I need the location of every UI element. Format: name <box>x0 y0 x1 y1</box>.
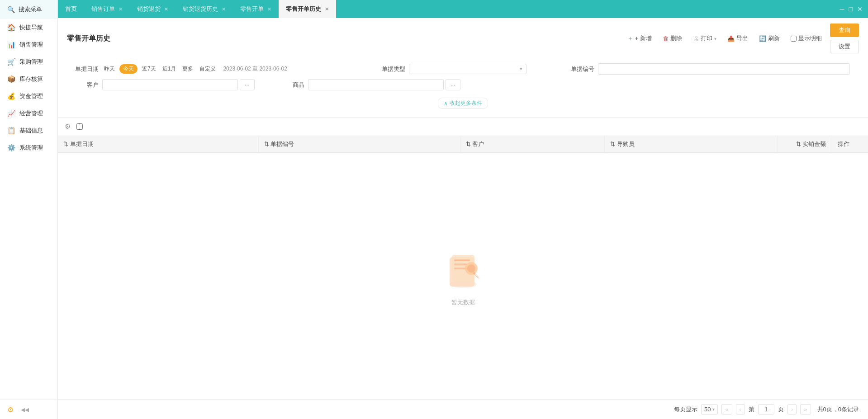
settings-button[interactable]: 设置 <box>830 40 859 53</box>
col-action-label: 操作 <box>838 141 849 147</box>
tab-retail-open-label: 零售开单 <box>240 5 264 13</box>
table-settings-icon[interactable]: ⚙ <box>63 121 72 132</box>
print-dropdown-icon: ▾ <box>714 36 716 41</box>
svg-rect-4 <box>454 264 467 265</box>
sidebar-item-label: 库存核算 <box>19 75 43 83</box>
tab-sales-return[interactable]: 销货退货 ✕ <box>130 0 175 18</box>
tab-sales-order[interactable]: 销售订单 ✕ <box>84 0 130 18</box>
next-page-btn[interactable]: › <box>787 404 797 414</box>
goods-browse-btn[interactable]: ··· <box>446 79 460 90</box>
display-cols-toggle[interactable]: 显示明细 <box>788 33 825 44</box>
close-retail-open-icon[interactable]: ✕ <box>267 6 271 12</box>
export-button[interactable]: 📤 导出 <box>725 33 751 44</box>
svg-rect-3 <box>454 259 470 261</box>
pagination-total: 共0页，0条记录 <box>817 405 859 414</box>
date-shortcut-yesterday[interactable]: 昨天 <box>102 64 117 74</box>
sidebar-item-sys-mgmt[interactable]: ⚙️ 系统管理 <box>0 139 57 156</box>
date-filter-label: 单据日期 <box>67 65 99 73</box>
collapse-sidebar-icon[interactable]: ◂◂ <box>21 405 29 414</box>
settings-bottom-icon[interactable]: ⚙ <box>7 405 14 414</box>
col-customer-label: ⇅ 客户 <box>466 141 484 147</box>
col-customer[interactable]: ⇅ 客户 <box>460 136 604 153</box>
per-page-select[interactable]: 50 ▾ <box>701 404 718 414</box>
col-amount[interactable]: ⇅ 实销金额 <box>778 136 832 153</box>
sidebar-item-sales-mgmt[interactable]: 📊 销售管理 <box>0 36 57 53</box>
close-retail-history-icon[interactable]: ✕ <box>325 6 329 12</box>
export-icon: 📤 <box>727 35 735 42</box>
goods-input[interactable] <box>308 79 444 90</box>
first-page-btn[interactable]: « <box>721 404 732 414</box>
basic-info-icon: 📋 <box>7 127 16 135</box>
col-date[interactable]: ⇅ 单据日期 <box>58 136 258 153</box>
page-header: 零售开单历史 ＋ + 新增 🗑 删除 🖨 打印 ▾ <box>58 18 868 118</box>
tab-home[interactable]: 首页 <box>58 0 84 18</box>
filter-row-1: 单据日期 昨天 今天 近7天 近1月 更多 自定义 2023-06-02 至 2… <box>67 63 859 75</box>
pagination: 每页显示 50 ▾ « ‹ 第 1 页 › » 共0页，0条记录 <box>58 399 868 419</box>
page-title-row: 零售开单历史 ＋ + 新增 🗑 删除 🖨 打印 ▾ <box>67 24 859 53</box>
collapse-label: 收起更多条件 <box>450 99 482 107</box>
customer-input[interactable] <box>102 79 238 90</box>
sidebar-item-purchase-mgmt[interactable]: 🛒 采购管理 <box>0 53 57 71</box>
date-shortcut-more[interactable]: 更多 <box>180 64 195 74</box>
sales-icon: 📊 <box>7 41 16 49</box>
filter-row-2: 客户 ··· 商品 ··· <box>67 79 859 90</box>
finance-icon: 💰 <box>7 92 16 100</box>
col-salesperson-label: ⇅ 导购员 <box>610 141 635 147</box>
last-page-btn[interactable]: » <box>800 404 811 414</box>
date-shortcut-1month[interactable]: 近1月 <box>161 64 178 74</box>
toolbar-right-btns: 查询 设置 <box>830 24 859 53</box>
doc-type-dropdown-icon: ▾ <box>520 66 522 72</box>
col-no[interactable]: ⇅ 单据编号 <box>258 136 460 153</box>
sys-mgmt-icon: ⚙️ <box>7 144 16 152</box>
home-icon: 🏠 <box>7 24 16 32</box>
sidebar-bottom: ⚙ ◂◂ <box>0 400 57 419</box>
window-restore-icon[interactable]: □ <box>849 5 853 13</box>
sidebar-item-basic-info[interactable]: 📋 基础信息 <box>0 122 57 139</box>
per-page-dropdown-icon: ▾ <box>712 407 715 412</box>
query-button[interactable]: 查询 <box>830 24 859 37</box>
date-shortcut-today[interactable]: 今天 <box>119 64 138 74</box>
purchase-icon: 🛒 <box>7 58 16 66</box>
tab-retail-history[interactable]: 零售开单历史 ✕ <box>279 0 336 18</box>
date-shortcut-custom[interactable]: 自定义 <box>198 64 218 74</box>
customer-browse-btn[interactable]: ··· <box>240 79 255 90</box>
window-close-icon[interactable]: ✕ <box>857 5 863 13</box>
prev-page-btn[interactable]: ‹ <box>736 404 745 414</box>
delete-icon: 🗑 <box>663 35 669 42</box>
tab-retail-open[interactable]: 零售开单 ✕ <box>233 0 279 18</box>
tab-sales-return-history[interactable]: 销货退货历史 ✕ <box>175 0 233 18</box>
collapse-row: ∧ 收起更多条件 <box>67 95 859 112</box>
sidebar-item-operations[interactable]: 📈 经营管理 <box>0 105 57 122</box>
window-minimize-icon[interactable]: ─ <box>840 5 844 13</box>
close-sales-return-icon[interactable]: ✕ <box>164 6 168 12</box>
date-range-text: 2023-06-02 至 2023-06-02 <box>223 65 287 73</box>
delete-label: 删除 <box>670 34 682 42</box>
tab-bar-right: ─ □ ✕ <box>840 5 868 13</box>
per-page-label: 每页显示 <box>674 405 697 414</box>
doc-type-select[interactable]: ▾ <box>409 64 526 74</box>
display-cols-checkbox[interactable] <box>791 36 797 42</box>
collapse-button[interactable]: ∧ 收起更多条件 <box>438 98 488 109</box>
refresh-button[interactable]: 🔄 刷新 <box>756 33 783 44</box>
sidebar-item-label: 经营管理 <box>19 109 43 118</box>
sidebar-item-inventory[interactable]: 📦 库存核算 <box>0 71 57 88</box>
col-salesperson[interactable]: ⇅ 导购员 <box>604 136 778 153</box>
date-shortcut-7days[interactable]: 近7天 <box>140 64 158 74</box>
add-button[interactable]: ＋ + 新增 <box>625 33 655 44</box>
collapse-icon: ∧ <box>444 100 448 107</box>
sidebar-search[interactable]: 🔍 搜索采单 <box>0 0 57 19</box>
close-sales-return-history-icon[interactable]: ✕ <box>222 6 226 12</box>
sidebar-item-quick-nav[interactable]: 🏠 快捷导航 <box>0 19 57 36</box>
doc-no-input[interactable] <box>598 63 850 75</box>
close-sales-order-icon[interactable]: ✕ <box>119 6 123 12</box>
sidebar-item-finance[interactable]: 💰 资金管理 <box>0 88 57 105</box>
select-all-checkbox[interactable] <box>76 123 83 130</box>
print-button[interactable]: 🖨 打印 ▾ <box>690 33 719 44</box>
sidebar-item-label: 采购管理 <box>19 58 43 66</box>
current-page-input[interactable]: 1 <box>758 404 774 414</box>
col-amount-label: ⇅ 实销金额 <box>796 141 826 147</box>
empty-text: 暂无数据 <box>451 298 475 306</box>
tab-sales-order-label: 销售订单 <box>91 5 115 13</box>
delete-button[interactable]: 🗑 删除 <box>660 33 685 44</box>
add-label: + 新增 <box>635 34 652 42</box>
